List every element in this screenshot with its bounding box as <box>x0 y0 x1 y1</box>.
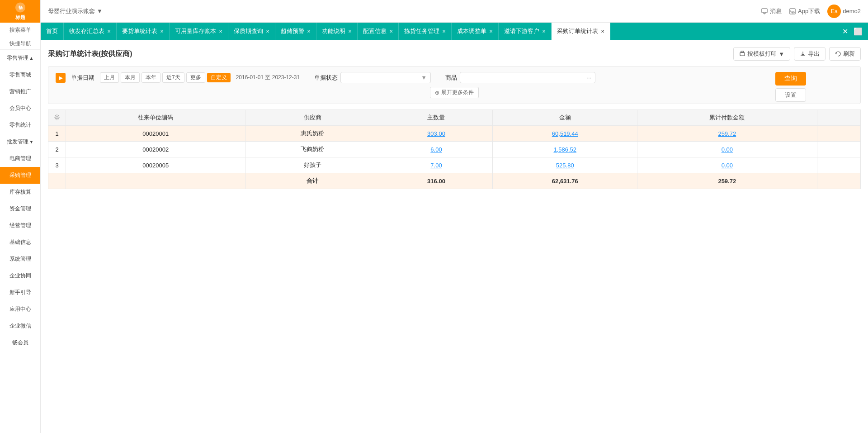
sidebar-item-ecommerce[interactable]: 电商管理 <box>0 150 40 167</box>
date-last-month-button[interactable]: 上月 <box>100 72 119 83</box>
sidebar-item-basic-info[interactable]: 基础信息 <box>0 234 40 251</box>
maximize-button[interactable]: ⬜ <box>852 26 864 37</box>
sidebar-item-inventory[interactable]: 库存核算 <box>0 184 40 200</box>
filter-area: ▶ 单据日期 上月 本月 本年 近7天 更多 自定义 2016-01-01 至 … <box>48 66 861 104</box>
table-header-code: 往来单位编码 <box>66 110 245 126</box>
row-amount[interactable]: 1,586.52 <box>493 142 637 157</box>
status-select[interactable]: ▼ <box>340 72 431 83</box>
close-all-tabs-button[interactable]: ✕ <box>840 26 850 37</box>
close-icon[interactable]: ✕ <box>489 29 493 34</box>
sidebar-item-retail-stats[interactable]: 零售统计 <box>0 117 40 133</box>
close-icon[interactable]: ✕ <box>442 29 446 34</box>
user-info[interactable]: Ea demo2 <box>827 5 861 18</box>
sidebar-item-operations[interactable]: 经营管理 <box>0 217 40 234</box>
tab-invite-customer[interactable]: 邀请下游客户 ✕ <box>499 23 552 40</box>
row-supplier: 好孩子 <box>245 157 380 173</box>
more-icon: ··· <box>586 74 591 81</box>
close-icon[interactable]: ✕ <box>348 29 352 34</box>
sidebar: 畅 标题 搜索菜单 快捷导航 零售管理 ▲ 零售商城 营销推广 会员中心 零售统… <box>0 0 41 433</box>
page-title-row: 采购订单统计表(按供应商) 按模板打印 ▼ 导出 刷新 <box>48 47 861 61</box>
close-icon[interactable]: ✕ <box>266 29 269 34</box>
close-icon[interactable]: ✕ <box>389 29 393 34</box>
sidebar-item-wechat[interactable]: 企业微信 <box>0 318 40 334</box>
sidebar-item-purchase[interactable]: 采购管理 <box>0 167 40 184</box>
row-extra <box>817 157 861 173</box>
row-paid[interactable]: 259.72 <box>637 126 817 142</box>
row-no: 2 <box>48 142 66 157</box>
export-button[interactable]: 导出 <box>794 47 826 61</box>
goods-select[interactable]: ··· <box>460 72 595 83</box>
page-actions: 按模板打印 ▼ 导出 刷新 <box>733 47 861 61</box>
chevron-down-icon: ▼ <box>778 51 784 57</box>
sidebar-item-member[interactable]: 会员中心 <box>0 100 40 117</box>
sidebar-item-finance[interactable]: 资金管理 <box>0 200 40 217</box>
sidebar-search[interactable]: 搜索菜单 <box>0 23 40 36</box>
date-range-display: 2016-01-01 至 2023-12-31 <box>236 74 300 81</box>
sidebar-item-retail-mall[interactable]: 零售商城 <box>0 67 40 83</box>
download-icon: App <box>789 8 796 15</box>
breadcrumb-dropdown[interactable]: 母婴行业演示账套 ▼ <box>48 7 103 15</box>
row-extra <box>817 126 861 142</box>
tab-purchase-order[interactable]: 要货单统计表 ✕ <box>117 23 170 40</box>
table-header-settings[interactable] <box>48 110 66 126</box>
sidebar-item-newbie[interactable]: 新手引导 <box>0 284 40 301</box>
row-extra <box>817 142 861 157</box>
sidebar-item-marketing[interactable]: 营销推广 <box>0 83 40 100</box>
footer-label: 合计 <box>245 173 380 189</box>
row-amount[interactable]: 60,519.44 <box>493 126 637 142</box>
sidebar-item-enterprise-collab[interactable]: 企业协同 <box>0 267 40 284</box>
tab-receive-send[interactable]: 收发存汇总表 ✕ <box>64 23 117 40</box>
sidebar-item-system[interactable]: 系统管理 <box>0 251 40 267</box>
export-icon <box>800 51 806 57</box>
filter-toggle-button[interactable]: ▶ <box>56 73 66 83</box>
close-icon[interactable]: ✕ <box>307 29 311 34</box>
expand-filter-button[interactable]: ⊕ 展开更多条件 <box>430 87 479 98</box>
close-icon[interactable]: ✕ <box>601 29 604 34</box>
tab-home[interactable]: 首页 <box>41 23 64 40</box>
status-filter-field: 单据状态 ▼ <box>314 72 431 83</box>
app-download-button[interactable]: App App下载 <box>789 7 820 15</box>
close-icon[interactable]: ✕ <box>542 29 546 34</box>
row-qty[interactable]: 6.00 <box>380 142 493 157</box>
date-this-month-button[interactable]: 本月 <box>121 72 140 83</box>
tab-overstock[interactable]: 超储预警 ✕ <box>275 23 316 40</box>
refresh-button[interactable]: 刷新 <box>829 47 861 61</box>
tab-shelf-life[interactable]: 保质期查询 ✕ <box>228 23 275 40</box>
nav-tabs: 首页 收发存汇总表 ✕ 要货单统计表 ✕ 可用量库存账本 ✕ 保质期查询 ✕ 超… <box>41 23 868 40</box>
table-header-amount: 金额 <box>493 110 637 126</box>
row-qty[interactable]: 303.00 <box>380 126 493 142</box>
tab-cost-adjust[interactable]: 成本调整单 ✕ <box>452 23 499 40</box>
tab-config[interactable]: 配置信息 ✕ <box>358 23 399 40</box>
tab-inventory-book[interactable]: 可用量库存账本 ✕ <box>170 23 228 40</box>
row-qty[interactable]: 7.00 <box>380 157 493 173</box>
date-more-button[interactable]: 更多 <box>186 72 205 83</box>
svg-rect-2 <box>762 9 767 13</box>
sidebar-item-wholesale[interactable]: 批发管理 ▼ <box>0 133 40 150</box>
template-print-button[interactable]: 按模板打印 ▼ <box>733 47 790 61</box>
date-last-7-days-button[interactable]: 近7天 <box>162 72 184 83</box>
row-no: 3 <box>48 157 66 173</box>
date-this-year-button[interactable]: 本年 <box>142 72 160 83</box>
query-button[interactable]: 查询 <box>775 72 806 86</box>
purchase-stats-table: 往来单位编码 供应商 主数量 金额 累计付款金额 1 00020001 惠氏奶粉… <box>48 109 861 189</box>
table-header-paid: 累计付款金额 <box>637 110 817 126</box>
message-icon <box>761 8 768 15</box>
date-custom-button[interactable]: 自定义 <box>207 73 231 82</box>
row-paid[interactable]: 0.00 <box>637 142 817 157</box>
tab-function-desc[interactable]: 功能说明 ✕ <box>316 23 358 40</box>
close-icon[interactable]: ✕ <box>219 29 222 34</box>
row-paid[interactable]: 0.00 <box>637 157 817 173</box>
tab-picking[interactable]: 拣货任务管理 ✕ <box>399 23 452 40</box>
close-icon[interactable]: ✕ <box>107 29 111 34</box>
table-row: 2 00020002 飞鹤奶粉 6.00 1,586.52 0.00 <box>48 142 861 157</box>
message-button[interactable]: 消息 <box>761 7 782 15</box>
sidebar-item-app-center[interactable]: 应用中心 <box>0 301 40 318</box>
sidebar-item-retail-mgmt[interactable]: 零售管理 ▲ <box>0 50 40 67</box>
sidebar-quick-nav[interactable]: 快捷导航 <box>0 36 40 50</box>
svg-text:App: App <box>790 10 796 14</box>
row-amount[interactable]: 525.80 <box>493 157 637 173</box>
setting-button[interactable]: 设置 <box>775 88 806 102</box>
sidebar-item-vip[interactable]: 畅会员 <box>0 334 40 351</box>
tab-purchase-stats[interactable]: 采购订单统计表 ✕ <box>552 23 610 40</box>
close-icon[interactable]: ✕ <box>160 29 164 34</box>
